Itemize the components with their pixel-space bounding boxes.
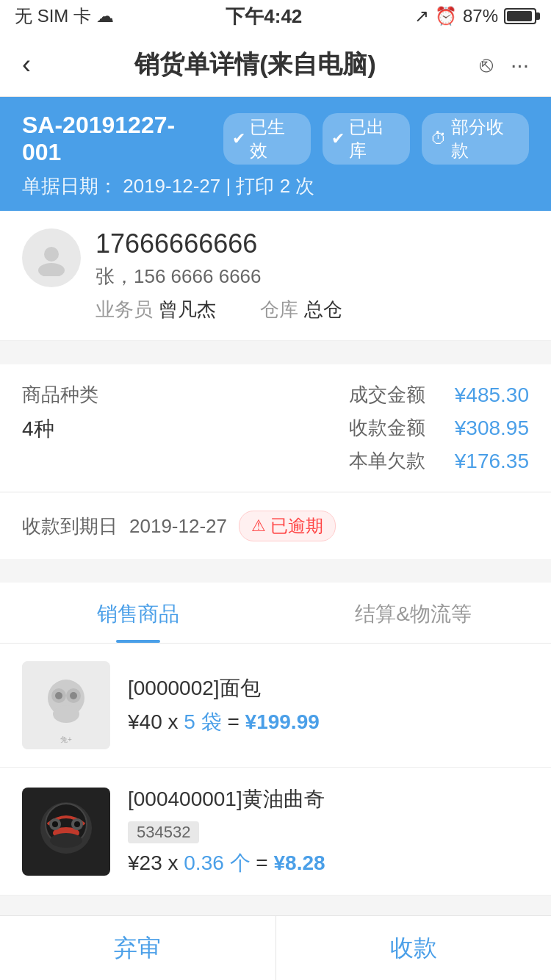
header-date: 单据日期： 2019-12-27 | 打印 2 次	[22, 173, 529, 199]
customer-info: 17666666666 张，156 6666 6666 业务员 曾凡杰 仓库 总…	[96, 228, 529, 323]
tab-settlement[interactable]: 结算&物流等	[276, 583, 551, 643]
order-id: SA-20191227-001	[22, 112, 212, 166]
deal-amount-row: 成交金额 ¥485.30	[349, 382, 529, 408]
due-date: 2019-12-27	[129, 515, 227, 538]
due-label: 收款到期日	[22, 514, 118, 539]
warehouse-info: 仓库 总仓	[260, 297, 342, 323]
customer-meta: 业务员 曾凡杰 仓库 总仓	[96, 297, 529, 323]
alarm-icon: ⏰	[435, 6, 457, 26]
product-item: 兔+ [0000002]面包 ¥40 x 5 袋 = ¥199.99	[0, 644, 551, 768]
divider-2	[0, 559, 551, 571]
badge-partial: ⏱ 部分收款	[422, 113, 529, 165]
product-price: ¥40 x 5 袋 = ¥199.99	[128, 708, 529, 736]
debt-amount-label: 本单欠款	[349, 448, 425, 474]
deal-amount-value: ¥485.30	[455, 383, 529, 407]
share-icon[interactable]: ⎋	[480, 52, 493, 77]
price-qty: 5	[184, 710, 195, 733]
status-left: 无 SIM 卡 ☁	[15, 4, 114, 28]
summary-section: 商品种类 4种 成交金额 ¥485.30 收款金额 ¥308.95 本单欠款 ¥…	[0, 364, 551, 491]
debt-amount-value: ¥176.35	[455, 450, 529, 473]
product-badge: 534532	[128, 821, 199, 843]
svg-text:兔+: 兔+	[60, 735, 72, 743]
received-amount-label: 收款金额	[349, 415, 425, 441]
customer-name: 张，156 6666 6666	[96, 264, 529, 289]
customer-phone: 17666666666	[96, 228, 529, 259]
check-icon: ✔	[232, 129, 245, 148]
product-type-label: 商品种类	[22, 382, 98, 408]
product-info-2: [000400001]黄油曲奇 534532 ¥23 x 0.36 个 = ¥8…	[128, 785, 529, 877]
battery-text: 87%	[463, 6, 498, 26]
price-qty-2: 0.36	[184, 851, 224, 874]
warehouse-label: 仓库	[260, 297, 298, 323]
status-bar: 无 SIM 卡 ☁ 下午4:42 ↗ ⏰ 87%	[0, 0, 551, 32]
svg-point-8	[53, 705, 79, 723]
badge-active: ✔ 已生效	[223, 113, 311, 165]
svg-point-6	[55, 692, 62, 699]
price-total-2: ¥8.28	[273, 851, 325, 874]
product-type-value: 4种	[22, 415, 98, 443]
product-name: [0000002]面包	[128, 674, 529, 702]
svg-point-1	[38, 263, 65, 276]
product-thumbnail-2	[22, 788, 110, 876]
nav-actions: ⎋ ···	[480, 52, 529, 77]
more-icon[interactable]: ···	[511, 52, 529, 77]
order-row: SA-20191227-001 ✔ 已生效 ✔ 已出库 ⏱ 部分收款	[22, 112, 529, 166]
deal-amount-label: 成交金额	[349, 382, 425, 408]
price-equals-2: =	[256, 851, 273, 874]
abandon-review-button[interactable]: 弃审	[0, 916, 276, 980]
sim-label: 无 SIM 卡 ☁	[15, 4, 114, 28]
price-base: ¥40	[128, 710, 162, 733]
check-icon-2: ✔	[331, 129, 345, 148]
overdue-badge: ⚠ 已逾期	[239, 511, 336, 541]
customer-section: 17666666666 张，156 6666 6666 业务员 曾凡杰 仓库 总…	[0, 211, 551, 341]
clock-icon: ⏱	[431, 129, 447, 148]
price-unit: 袋	[201, 710, 222, 733]
product-list: 兔+ [0000002]面包 ¥40 x 5 袋 = ¥199.99	[0, 644, 551, 896]
svg-point-14	[50, 833, 82, 848]
product-item: [000400001]黄油曲奇 534532 ¥23 x 0.36 个 = ¥8…	[0, 768, 551, 896]
status-right: ↗ ⏰ 87%	[414, 6, 536, 26]
product-name-2: [000400001]黄油曲奇	[128, 785, 529, 813]
price-unit-2: 个	[230, 851, 251, 874]
warehouse-name: 总仓	[304, 297, 342, 323]
sales-label: 业务员	[96, 297, 153, 323]
price-multiply: x	[168, 710, 184, 733]
summary-right: 成交金额 ¥485.30 收款金额 ¥308.95 本单欠款 ¥176.35	[349, 382, 529, 474]
overdue-text: 已逾期	[270, 514, 323, 538]
collect-payment-button[interactable]: 收款	[276, 916, 552, 980]
tabs-bar: 销售商品 结算&物流等	[0, 583, 551, 644]
price-multiply-2: x	[168, 851, 184, 874]
svg-point-7	[70, 692, 77, 699]
header-banner: SA-20191227-001 ✔ 已生效 ✔ 已出库 ⏱ 部分收款 单据日期：…	[0, 97, 551, 211]
back-button[interactable]: ‹	[22, 49, 31, 80]
divider-1	[0, 341, 551, 353]
overdue-icon: ⚠	[251, 516, 266, 536]
due-section: 收款到期日 2019-12-27 ⚠ 已逾期	[0, 493, 551, 559]
location-icon: ↗	[414, 6, 429, 26]
price-total: ¥199.99	[245, 710, 320, 733]
svg-point-0	[44, 247, 59, 262]
price-equals: =	[227, 710, 245, 733]
product-info: [0000002]面包 ¥40 x 5 袋 = ¥199.99	[128, 674, 529, 736]
received-amount-value: ¥308.95	[455, 417, 529, 440]
svg-point-18	[74, 821, 80, 827]
sales-info: 业务员 曾凡杰	[96, 297, 216, 323]
sales-name: 曾凡杰	[159, 297, 216, 323]
summary-left: 商品种类 4种	[22, 382, 98, 443]
received-amount-row: 收款金额 ¥308.95	[349, 415, 529, 441]
product-thumbnail: 兔+	[22, 661, 110, 749]
badge-shipped: ✔ 已出库	[323, 113, 410, 165]
tab-sales[interactable]: 销售商品	[0, 583, 276, 643]
svg-point-17	[52, 821, 58, 827]
nav-bar: ‹ 销货单详情(来自电脑) ⎋ ···	[0, 32, 551, 97]
price-base-2: ¥23	[128, 851, 162, 874]
bottom-bar: 弃审 收款	[0, 915, 551, 980]
battery-icon	[504, 8, 536, 24]
debt-amount-row: 本单欠款 ¥176.35	[349, 448, 529, 474]
status-time: 下午4:42	[226, 4, 302, 29]
avatar	[22, 228, 81, 287]
page-title: 销货单详情(来自电脑)	[134, 48, 376, 82]
product-price-2: ¥23 x 0.36 个 = ¥8.28	[128, 849, 529, 877]
